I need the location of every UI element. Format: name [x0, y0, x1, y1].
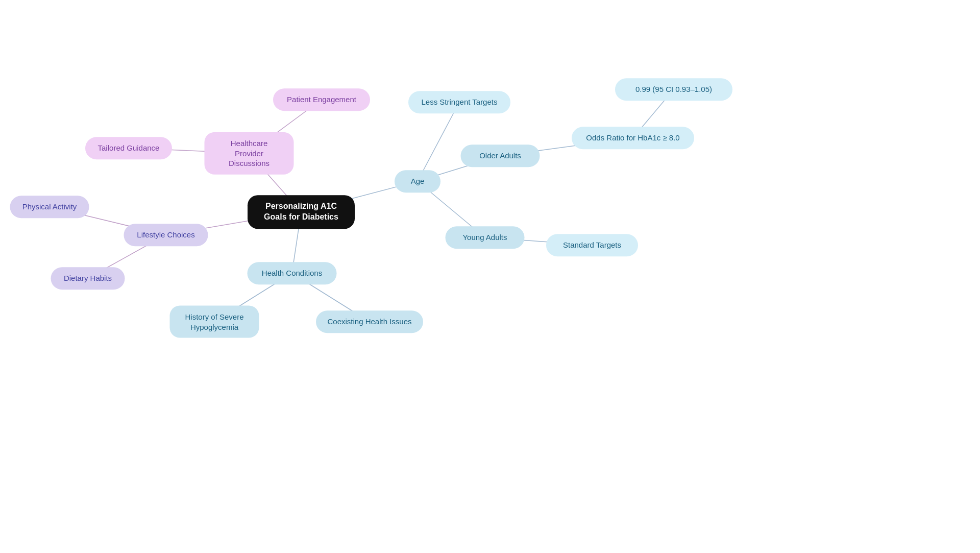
center-node[interactable]: Personalizing A1C Goals for Diabetics [248, 195, 355, 229]
health-conditions-node[interactable]: Health Conditions [248, 262, 337, 284]
svg-line-12 [418, 102, 459, 181]
healthcare-provider-node[interactable]: Healthcare Provider Discussions [205, 132, 294, 175]
lifestyle-choices-node[interactable]: Lifestyle Choices [124, 224, 208, 246]
coexisting-node[interactable]: Coexisting Health Issues [316, 310, 423, 333]
standard-targets-node[interactable]: Standard Targets [546, 234, 638, 256]
dietary-habits-node[interactable]: Dietary Habits [51, 267, 125, 290]
age-node[interactable]: Age [395, 170, 440, 193]
connection-lines [0, 0, 980, 553]
physical-activity-node[interactable]: Physical Activity [10, 196, 89, 218]
older-adults-node[interactable]: Older Adults [461, 145, 540, 167]
odds-ratio-node[interactable]: Odds Ratio for HbA1c ≥ 8.0 [572, 127, 694, 149]
patient-engagement-node[interactable]: Patient Engagement [273, 88, 370, 111]
tailored-guidance-node[interactable]: Tailored Guidance [85, 137, 172, 159]
less-stringent-node[interactable]: Less Stringent Targets [408, 91, 510, 113]
history-severe-node[interactable]: History of Severe Hypoglycemia [170, 306, 259, 338]
young-adults-node[interactable]: Young Adults [446, 226, 525, 249]
ci-value-node[interactable]: 0.99 (95 CI 0.93–1.05) [615, 78, 732, 101]
mind-map: Personalizing A1C Goals for Diabetics Pa… [0, 0, 980, 553]
